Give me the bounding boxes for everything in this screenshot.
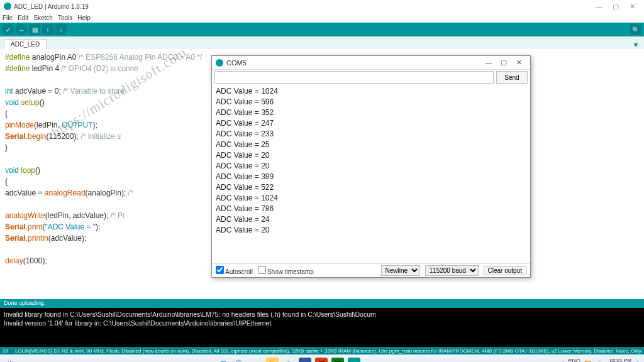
bottom-status-bar: 28 LOLIN(WEMOS) D1 R2 & mini, 80 MHz, Fl… [0,347,644,354]
board-info: LOLIN(WEMOS) D1 R2 & mini, 80 MHz, Flash… [15,348,641,354]
search-icon[interactable]: 🔍 [233,358,246,362]
serial-line: ADC Value = 20 [216,150,526,161]
minimize-button[interactable]: — [591,3,608,10]
baud-select[interactable]: 115200 baud [425,265,479,276]
status-message: Done uploading. [0,299,644,308]
menu-tools[interactable]: Tools [58,14,72,21]
autoscroll-checkbox[interactable]: Autoscroll [216,266,253,275]
serial-input-row: Send [212,70,530,85]
serial-monitor-window: COM5 — ▢ ✕ Send ADC Value = 1024ADC Valu… [211,55,531,278]
arduino-app-icon[interactable]: ∞ [348,358,360,362]
serial-line: ADC Value = 522 [216,182,526,193]
menubar: File Edit Sketch Tools Help [0,13,644,23]
clock[interactable]: 02:01 PM 02-08-2022 [606,358,631,362]
serial-titlebar[interactable]: COM5 — ▢ ✕ [212,56,530,70]
open-button[interactable]: ↑ [42,24,53,35]
start-icon[interactable]: ⊞ [217,358,230,362]
edge-icon[interactable]: ◉ [282,358,295,362]
word-icon[interactable]: W [299,358,311,362]
output-console[interactable]: Invalid library found in C:\Users\Sushil… [0,308,644,347]
serial-line: ADC Value = 247 [216,118,526,129]
serial-output[interactable]: ADC Value = 1024ADC Value = 596ADC Value… [212,85,530,263]
minimize-button[interactable]: — [481,59,496,67]
clear-output-button[interactable]: Clear output [484,266,526,275]
taskview-icon[interactable]: ▭ [250,358,262,362]
tab-dropdown-icon[interactable]: ▾ [634,40,640,49]
menu-sketch[interactable]: Sketch [33,14,53,21]
serial-monitor-button[interactable]: 🔍 [630,24,641,35]
serial-input[interactable] [214,71,494,84]
arduino-logo-icon [216,59,223,67]
send-button[interactable]: Send [496,71,528,84]
maximize-button[interactable]: ▢ [496,58,511,67]
new-button[interactable]: ▤ [29,24,40,35]
language-indicator[interactable]: ENG IN [569,358,581,362]
timestamp-checkbox[interactable]: Show timestamp [258,266,314,275]
serial-line: ADC Value = 24 [216,214,526,225]
sketch-tab[interactable]: ADC_LED [4,39,47,49]
serial-line: ADC Value = 233 [216,129,526,140]
serial-line: ADC Value = 389 [216,172,526,182]
upload-button[interactable]: → [16,24,27,35]
menu-edit[interactable]: Edit [18,14,28,21]
window-titlebar: ADC_LED | Arduino 1.8.19 — ▢ ✕ [0,0,644,13]
console-line: Invalid version '1.04' for library in: C… [4,319,640,327]
menu-file[interactable]: File [3,14,13,21]
system-tray[interactable]: ˄ ENG IN 📶 🔊 02:01 PM 02-08-2022 ① [562,358,640,362]
serial-line: ADC Value = 20 [216,225,526,236]
close-button[interactable]: ✕ [511,58,526,67]
weather-icon[interactable]: ☀ [4,358,16,362]
serial-line: ADC Value = 786 [216,204,526,214]
app-icon[interactable]: ▣ [315,358,328,362]
serial-line: ADC Value = 352 [216,107,526,118]
window-title: ADC_LED | Arduino 1.8.19 [14,3,89,10]
serial-footer: Autoscroll Show timestamp Newline 115200… [212,263,530,277]
windows-taskbar: ☀ ⊞ 🔍 ▭ 📁 ◉ W ▣ ▣ ∞ ˄ ENG IN 📶 🔊 02:01 P… [0,354,644,362]
serial-line: ADC Value = 596 [216,97,526,107]
app-icon[interactable]: ▣ [331,358,344,362]
serial-line: ADC Value = 25 [216,140,526,150]
line-number: 28 [3,348,15,354]
menu-help[interactable]: Help [77,14,91,21]
close-button[interactable]: ✕ [624,3,640,11]
arduino-logo-icon [4,3,11,10]
maximize-button[interactable]: ▢ [608,3,624,11]
console-line: Invalid library found in C:\Users\Sushil… [4,310,640,319]
serial-title: COM5 [226,59,247,67]
tab-bar: ADC_LED ▾ [0,36,644,49]
toolbar: ✓ → ▤ ↑ ↓ 🔍 [0,23,644,36]
serial-line: ADC Value = 20 [216,161,526,172]
save-button[interactable]: ↓ [55,24,67,35]
explorer-icon[interactable]: 📁 [266,358,279,362]
serial-line: ADC Value = 1024 [216,86,526,97]
serial-line: ADC Value = 1024 [216,193,526,204]
line-ending-select[interactable]: Newline [381,265,420,276]
verify-button[interactable]: ✓ [3,24,14,35]
